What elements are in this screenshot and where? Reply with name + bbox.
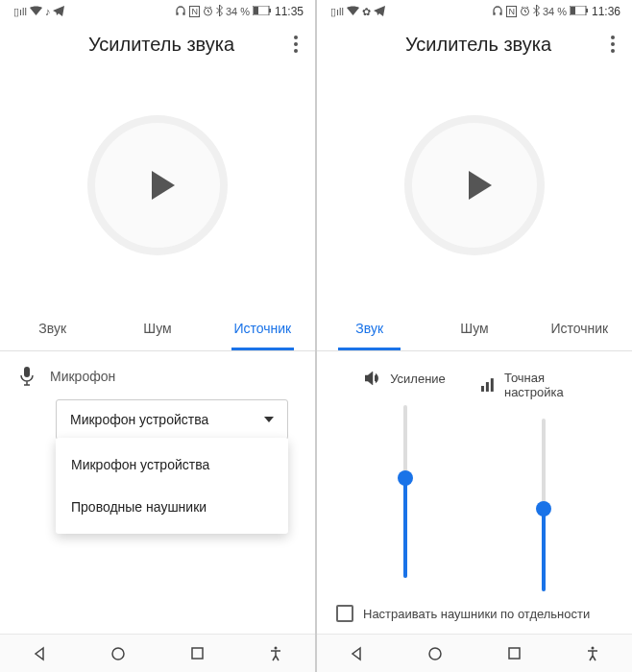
screenshot-left: ▯ıll ♪ N 34 %	[0, 0, 315, 672]
tab-bar: Звук Шум Источник	[0, 305, 315, 351]
tab-source[interactable]: Источник	[527, 305, 632, 350]
play-area	[317, 65, 632, 305]
svg-rect-10	[571, 7, 575, 14]
headset-icon	[492, 5, 503, 18]
more-button[interactable]	[284, 33, 307, 56]
option-device-mic[interactable]: Микрофон устройства	[56, 444, 288, 486]
slider-thumb[interactable]	[536, 501, 551, 516]
telegram-icon	[53, 6, 64, 18]
wifi-icon	[347, 6, 359, 17]
boost-slider[interactable]	[403, 405, 407, 578]
svg-point-15	[429, 648, 441, 660]
bluetooth-icon	[216, 5, 223, 18]
bluetooth-icon	[533, 5, 540, 18]
app-bar: Усилитель звука	[0, 23, 315, 65]
nav-back[interactable]	[30, 644, 49, 663]
equalizer-icon	[481, 378, 497, 392]
option-wired-headphones[interactable]: Проводные наушники	[56, 486, 288, 528]
app-icon: ♪	[45, 6, 51, 17]
svg-point-17	[592, 646, 595, 649]
nav-accessibility[interactable]	[266, 644, 285, 663]
signal-icon: ▯ıll	[13, 6, 27, 18]
navigation-bar	[0, 634, 315, 672]
svg-point-7	[275, 646, 278, 649]
tab-content-sound: Усиление Точная настройка	[317, 351, 632, 634]
app-icon: ✿	[362, 6, 371, 18]
battery-text: 34 %	[226, 6, 250, 17]
finetune-slider[interactable]	[542, 419, 546, 591]
alarm-icon	[520, 6, 530, 18]
clock: 11:36	[592, 5, 620, 18]
svg-rect-6	[192, 648, 203, 659]
svg-point-5	[112, 648, 124, 660]
microphone-icon	[19, 367, 35, 386]
nav-recent[interactable]	[187, 644, 207, 663]
nav-accessibility[interactable]	[583, 644, 602, 663]
play-icon	[459, 166, 498, 204]
headset-icon	[175, 5, 186, 18]
battery-icon	[570, 6, 589, 17]
play-icon	[142, 166, 181, 204]
status-bar: ▯ıll ♪ N 34 %	[0, 0, 315, 23]
volume-icon	[365, 371, 382, 386]
page-title: Усилитель звука	[38, 34, 284, 56]
nav-home[interactable]	[425, 644, 445, 663]
wifi-icon	[30, 6, 42, 17]
more-button[interactable]	[601, 33, 624, 56]
nav-back[interactable]	[347, 644, 366, 663]
app-bar: Усилитель звука	[317, 23, 632, 65]
nav-recent[interactable]	[504, 644, 523, 663]
nfc-icon: N	[506, 6, 517, 17]
navigation-bar	[317, 634, 632, 672]
play-button[interactable]	[412, 123, 537, 248]
mic-section-label: Микрофон	[50, 369, 115, 384]
battery-icon	[253, 6, 272, 17]
svg-rect-16	[509, 648, 520, 659]
tab-sound[interactable]: Звук	[317, 305, 422, 350]
tab-noise[interactable]: Шум	[105, 305, 209, 350]
mic-source-dropdown: Микрофон устройства Проводные наушники	[56, 438, 288, 534]
svg-rect-13	[486, 382, 489, 392]
checkbox-label: Настраивать наушники по отдельности	[363, 607, 590, 621]
svg-rect-14	[491, 378, 494, 392]
tab-content-source: Микрофон Микрофон устройства Микрофон ус…	[0, 351, 315, 634]
battery-text: 34 %	[543, 6, 567, 17]
slider-thumb[interactable]	[398, 470, 413, 486]
play-button[interactable]	[95, 123, 220, 248]
signal-icon: ▯ıll	[330, 6, 344, 18]
boost-label: Усиление	[390, 372, 446, 386]
finetune-label: Точная настройка	[504, 371, 606, 399]
status-bar: ▯ıll ✿ N 34 % 11:36	[317, 0, 632, 23]
clock: 11:35	[275, 5, 304, 18]
play-area	[0, 65, 315, 305]
telegram-icon	[374, 6, 385, 18]
svg-rect-12	[481, 386, 484, 392]
nav-home[interactable]	[109, 644, 128, 663]
tab-bar: Звук Шум Источник	[317, 305, 632, 351]
svg-rect-3	[269, 9, 271, 12]
screenshot-right: ▯ıll ✿ N 34 % 11:36 Усилитель звука	[317, 0, 632, 672]
separate-headphones-checkbox[interactable]	[336, 605, 353, 622]
nfc-icon: N	[189, 6, 200, 17]
svg-rect-11	[586, 9, 588, 12]
tab-source[interactable]: Источник	[210, 305, 315, 350]
caret-down-icon	[264, 417, 274, 422]
tab-sound[interactable]: Звук	[0, 305, 105, 350]
svg-rect-2	[254, 7, 258, 14]
page-title: Усилитель звука	[355, 34, 601, 56]
alarm-icon	[203, 6, 213, 18]
svg-rect-4	[24, 367, 30, 377]
tab-noise[interactable]: Шум	[422, 305, 526, 350]
select-value: Микрофон устройства	[70, 412, 208, 427]
mic-source-select[interactable]: Микрофон устройства	[56, 399, 288, 440]
